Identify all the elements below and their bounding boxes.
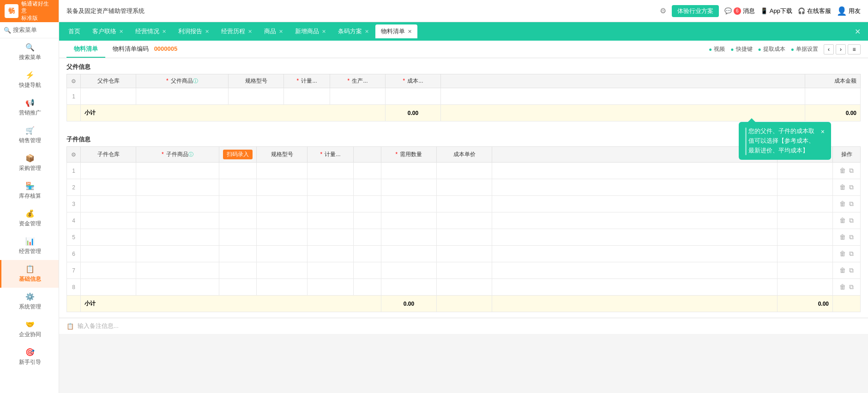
child-row-8-qty[interactable] [381, 279, 437, 296]
child-row-3-unit[interactable] [307, 196, 354, 212]
child-row-1-warehouse[interactable] [81, 163, 136, 179]
child-row-8-product[interactable] [136, 279, 219, 296]
child-th-scan[interactable]: 扫码录入 [219, 147, 257, 163]
child-row-3-unit-cost[interactable] [437, 196, 492, 212]
child-row-5-copy-btn[interactable]: ⧉ [848, 232, 855, 242]
message-action[interactable]: 💬 6 消息 [724, 7, 755, 15]
service-action[interactable]: 🎧 在线客服 [798, 7, 831, 15]
sidebar-item-inventory[interactable]: 🏪 库存核算 [0, 177, 59, 205]
child-row-3-product[interactable] [136, 196, 219, 212]
nav-tab-close-operations[interactable]: ✕ [162, 29, 166, 35]
shortcut-action[interactable]: ● 快捷键 [730, 45, 752, 53]
child-row-6-unit[interactable] [307, 246, 354, 262]
child-row-8-delete-btn[interactable]: 🗑 [838, 282, 847, 291]
child-row-4-unit[interactable] [307, 212, 354, 229]
child-row-7-qty[interactable] [381, 262, 437, 279]
child-row-4-warehouse[interactable] [81, 212, 136, 229]
sidebar-item-sales[interactable]: 🛒 销售管理 [0, 121, 59, 149]
nav-tab-close-products[interactable]: ✕ [279, 29, 283, 35]
child-row-3-copy-btn[interactable]: ⧉ [848, 199, 855, 209]
child-row-4-product[interactable] [136, 212, 219, 229]
child-row-1-product[interactable] [136, 163, 219, 179]
child-row-1-copy-btn[interactable]: ⧉ [848, 166, 855, 175]
sidebar-item-purchase[interactable]: 📦 采购管理 [0, 149, 59, 177]
app-download-action[interactable]: 📱 App下载 [760, 7, 792, 15]
parent-row-1-cost[interactable] [386, 88, 441, 105]
sidebar-item-operation[interactable]: 📊 经营管理 [0, 232, 59, 260]
child-row-2-unit-cost[interactable] [437, 179, 492, 196]
sub-tab-bom-code[interactable]: 物料清单编码 0000005 [105, 41, 185, 58]
next-button[interactable]: › [836, 44, 846, 54]
settings-icon[interactable]: ⚙ [660, 6, 666, 15]
child-row-4-spec[interactable] [257, 212, 307, 229]
child-row-5-unit-cost[interactable] [437, 229, 492, 246]
child-row-7-unit-cost[interactable] [437, 262, 492, 279]
child-row-2-copy-btn[interactable]: ⧉ [848, 182, 855, 192]
nav-tab-close-barcode[interactable]: ✕ [365, 29, 369, 35]
nav-tab-close-profit[interactable]: ✕ [205, 29, 209, 35]
child-row-5-warehouse[interactable] [81, 229, 136, 246]
sidebar-item-system[interactable]: ⚙️ 系统管理 [0, 288, 59, 315]
child-row-6-product[interactable] [136, 246, 219, 262]
child-row-4-qty[interactable] [381, 212, 437, 229]
sidebar-item-basic-info[interactable]: 📋 基础信息 [0, 260, 59, 288]
sidebar-item-guide[interactable]: 🎯 新手引导 [0, 343, 59, 371]
child-row-2-unit[interactable] [307, 179, 354, 196]
sidebar-item-enterprise[interactable]: 🤝 企业协同 [0, 315, 59, 343]
nav-tab-bom[interactable]: 物料清单✕ [375, 24, 417, 38]
prev-button[interactable]: ‹ [824, 44, 834, 54]
child-row-1-unit-cost[interactable] [437, 163, 492, 179]
child-row-4-delete-btn[interactable]: 🗑 [838, 216, 847, 225]
sidebar-item-search[interactable]: 🔍 搜索菜单 [0, 38, 59, 66]
child-row-3-qty[interactable] [381, 196, 437, 212]
child-row-5-unit[interactable] [307, 229, 354, 246]
child-row-1-qty[interactable] [381, 163, 437, 179]
child-row-4-copy-btn[interactable]: ⧉ [848, 216, 855, 225]
child-row-8-unit[interactable] [307, 279, 354, 296]
child-row-5-delete-btn[interactable]: 🗑 [838, 232, 847, 242]
child-row-8-copy-btn[interactable]: ⧉ [848, 282, 855, 292]
child-row-2-warehouse[interactable] [81, 179, 136, 196]
sub-tab-bom-list[interactable]: 物料清单 [66, 41, 105, 58]
child-row-6-delete-btn[interactable]: 🗑 [838, 249, 847, 258]
child-row-7-spec[interactable] [257, 262, 307, 279]
child-row-5-spec[interactable] [257, 229, 307, 246]
nav-tab-profit[interactable]: 利润报告✕ [173, 24, 215, 38]
parent-row-1-unit[interactable] [284, 88, 330, 105]
menu-button[interactable]: ≡ [848, 44, 861, 54]
child-row-1-unit[interactable] [307, 163, 354, 179]
nav-tab-close-customers[interactable]: ✕ [119, 29, 123, 35]
parent-th-settings[interactable]: ⚙ [67, 74, 81, 88]
child-row-2-delete-btn[interactable]: 🗑 [838, 182, 847, 192]
parent-row-1-product[interactable] [136, 88, 229, 105]
tooltip-close-button[interactable]: × [821, 127, 825, 155]
child-row-7-unit[interactable] [307, 262, 354, 279]
child-row-8-unit-cost[interactable] [437, 279, 492, 296]
child-row-3-warehouse[interactable] [81, 196, 136, 212]
nav-tab-home[interactable]: 首页 [63, 24, 86, 38]
child-row-7-warehouse[interactable] [81, 262, 136, 279]
experience-button[interactable]: 体验行业方案 [672, 5, 719, 17]
child-th-settings[interactable]: ⚙ [67, 147, 81, 163]
nav-tab-operations[interactable]: 经营情况✕ [130, 24, 172, 38]
nav-tab-close-history[interactable]: ✕ [248, 29, 252, 35]
child-row-4-unit-cost[interactable] [437, 212, 492, 229]
parent-row-1-spec[interactable] [229, 88, 284, 105]
search-menu[interactable]: 🔍 搜索菜单 [0, 22, 59, 38]
note-text[interactable]: 输入备注信息... [78, 322, 119, 330]
child-row-1-delete-btn[interactable]: 🗑 [838, 166, 847, 175]
child-row-1-spec[interactable] [257, 163, 307, 179]
sidebar-item-quick-nav[interactable]: ⚡ 快捷导航 [0, 66, 59, 94]
child-row-6-spec[interactable] [257, 246, 307, 262]
parent-row-1-warehouse[interactable] [81, 88, 136, 105]
parent-row-1-produce[interactable] [330, 88, 386, 105]
child-row-2-spec[interactable] [257, 179, 307, 196]
child-row-5-qty[interactable] [381, 229, 437, 246]
cost-action[interactable]: ● 提取成本 [758, 45, 785, 53]
nav-tab-close-new-products[interactable]: ✕ [322, 29, 326, 35]
child-row-8-warehouse[interactable] [81, 279, 136, 296]
nav-tab-close-bom[interactable]: ✕ [408, 29, 412, 35]
child-row-6-copy-btn[interactable]: ⧉ [848, 249, 855, 259]
child-row-8-spec[interactable] [257, 279, 307, 296]
nav-tab-new-products[interactable]: 新增商品✕ [289, 24, 332, 38]
